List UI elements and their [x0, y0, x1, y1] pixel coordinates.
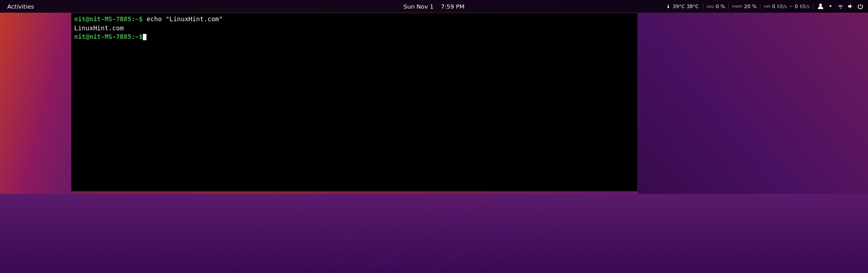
terminal-output-1: LinuxHint.com — [74, 24, 124, 32]
topbar-right: 🌡 39°C 38°C cpu 0 % mem 20 % net 0 KB/s … — [666, 0, 868, 13]
clock: Sun Nov 1 7:59 PM — [403, 3, 464, 10]
terminal-line-2: LinuxHint.com — [74, 24, 635, 33]
sep3 — [760, 3, 760, 9]
terminal-prompt-1-host: nit@nit-MS-7B85 — [74, 15, 131, 23]
wifi-icon[interactable] — [836, 2, 844, 10]
net-unit-down: KB/s — [777, 4, 787, 9]
power-icon[interactable] — [856, 2, 864, 10]
svg-line-12 — [475, 194, 610, 273]
svg-line-11 — [429, 194, 565, 273]
activities-label: Activities — [7, 3, 34, 10]
terminal-prompt-1-suffix: :~$ — [131, 15, 146, 23]
net-value: 0 — [772, 4, 775, 9]
net-label: net — [764, 4, 770, 9]
volume-icon[interactable] — [846, 2, 854, 10]
terminal-prompt-2-host: nit@nit-MS-7B85 — [74, 33, 131, 40]
sep2 — [728, 3, 729, 9]
terminal-command-1: echo "LinuxHint.com" — [146, 15, 223, 23]
svg-marker-2 — [848, 4, 851, 9]
net-up-value: 0 — [795, 4, 798, 9]
terminal-line-1: nit@nit-MS-7B85:~$ echo "LinuxHint.com" — [74, 15, 635, 24]
mem-value: 20 % — [744, 4, 757, 9]
desktop-bottom — [0, 194, 868, 273]
svg-line-4 — [271, 194, 407, 273]
terminal-prompt-2: nit@nit-MS-7B85:~$ — [74, 33, 143, 40]
activities-button[interactable]: Activities — [0, 0, 41, 13]
cpu-label: cpu — [707, 4, 714, 9]
clock-time: 7:59 PM — [441, 3, 464, 10]
person-icon[interactable] — [816, 2, 825, 10]
terminal-window[interactable]: nit@nit-MS-7B85:~$ echo "LinuxHint.com" … — [71, 13, 638, 192]
terminal-body[interactable]: nit@nit-MS-7B85:~$ echo "LinuxHint.com" … — [71, 13, 637, 191]
svg-line-10 — [429, 194, 542, 273]
clock-date: Sun Nov 1 — [403, 3, 434, 10]
svg-line-5 — [316, 194, 452, 273]
mem-label: mem — [732, 4, 742, 9]
svg-point-0 — [819, 4, 822, 6]
temperature-icon: 🌡 — [666, 4, 671, 9]
dropdown-arrow-icon[interactable] — [826, 2, 835, 10]
terminal-cursor — [143, 34, 146, 40]
svg-line-9 — [362, 194, 497, 273]
desktop-pattern — [0, 194, 868, 273]
topbar: Activities Sun Nov 1 7:59 PM 🌡 39°C 38°C… — [0, 0, 868, 13]
cpu-value: 0 % — [716, 4, 725, 9]
svg-marker-1 — [829, 5, 832, 7]
sep4 — [813, 3, 813, 9]
net-unit-up: KB/s — [800, 4, 810, 9]
temperature-value: 39°C 38°C — [673, 4, 699, 9]
terminal-line-3: nit@nit-MS-7B85:~$ — [74, 33, 635, 42]
terminal-prompt-2-suffix: :~$ — [131, 33, 142, 40]
desktop: Activities Sun Nov 1 7:59 PM 🌡 39°C 38°C… — [0, 0, 868, 273]
terminal-prompt-1: nit@nit-MS-7B85:~$ — [74, 15, 146, 23]
sep1 — [703, 3, 703, 9]
svg-line-8 — [294, 194, 407, 273]
tilde-separator: ~ — [789, 4, 793, 9]
